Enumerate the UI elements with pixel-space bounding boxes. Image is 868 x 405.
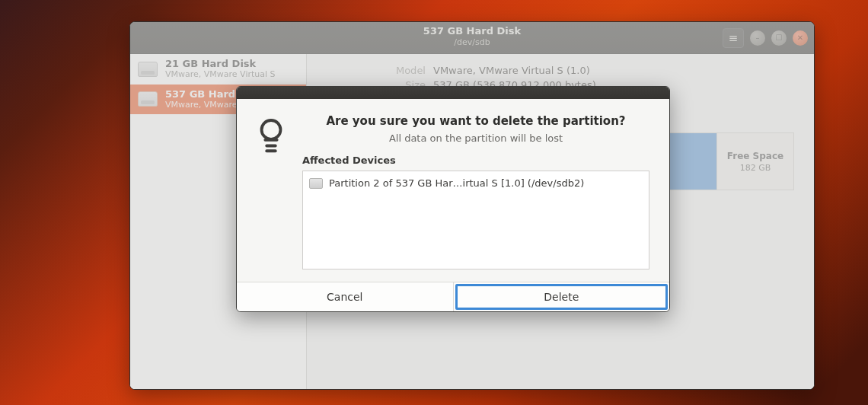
minimize-button[interactable]: – [750,30,765,46]
close-button[interactable]: ✕ [793,30,808,46]
affected-device-row[interactable]: Partition 2 of 537 GB Har…irtual S [1.0]… [309,176,643,190]
affected-device-text: Partition 2 of 537 GB Har…irtual S [1.0]… [329,177,584,189]
volume-segment-free[interactable]: Free Space 182 GB [717,133,793,190]
window-title: 537 GB Hard Disk [130,25,814,37]
hamburger-menu-button[interactable]: ≡ [723,28,744,48]
svg-point-0 [262,120,281,139]
dialog-heading: Are you sure you want to delete the part… [302,114,649,128]
dialog-subheading: All data on the partition will be lost [302,132,649,144]
hard-disk-icon [138,91,158,107]
hard-disk-icon [309,178,323,189]
model-label: Model [327,65,426,76]
volume-name: Free Space [727,151,783,161]
tip-bulb-icon [254,116,289,158]
dialog-titlebar [237,87,669,99]
device-name: 21 GB Hard Disk [165,59,276,70]
affected-devices-heading: Affected Devices [302,155,649,166]
hamburger-icon: ≡ [729,31,739,45]
sidebar-item-disk-21gb[interactable]: 21 GB Hard Disk VMware, VMware Virtual S [130,54,306,85]
maximize-button[interactable]: ☐ [771,30,787,46]
affected-devices-list: Partition 2 of 537 GB Har…irtual S [1.0]… [302,171,649,269]
cancel-button[interactable]: Cancel [237,282,454,311]
delete-button[interactable]: Delete [454,282,670,311]
delete-partition-dialog: Are you sure you want to delete the part… [236,86,670,312]
model-value: VMware, VMware Virtual S (1.0) [433,65,794,76]
hard-disk-icon [138,62,158,77]
titlebar: 537 GB Hard Disk /dev/sdb ≡ – ☐ ✕ [130,22,814,54]
volume-size: 182 GB [740,163,771,173]
device-vendor: VMware, VMware Virtual S [165,70,276,80]
window-subtitle: /dev/sdb [130,37,814,47]
